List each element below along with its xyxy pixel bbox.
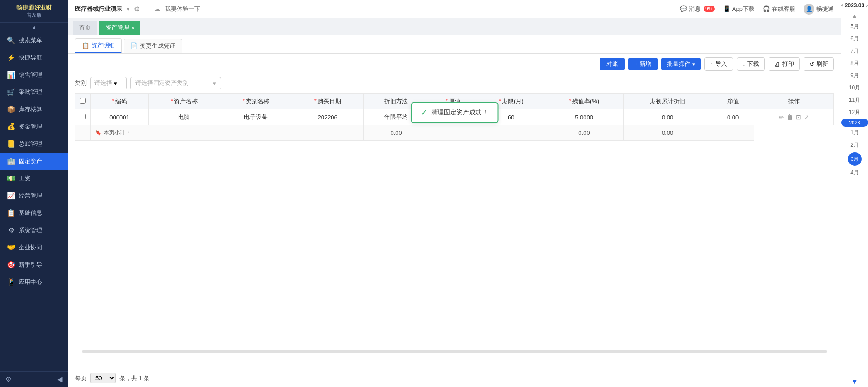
reconcile-button[interactable]: 对账	[600, 58, 625, 70]
sidebar-icon-13: 🎯	[7, 261, 15, 269]
timeline-month-prev-11月[interactable]: 11月	[841, 94, 868, 106]
collapse-icon[interactable]: ◀	[57, 375, 63, 383]
timeline-month-3月[interactable]: 3月	[848, 152, 862, 166]
filter-category-select[interactable]: 请选择 ▾	[90, 77, 127, 89]
timeline-year-2023[interactable]: 2023	[841, 119, 868, 127]
app-download-button[interactable]: 📱 App下载	[723, 5, 754, 13]
app-subtitle: 普及版	[27, 12, 42, 19]
notification-badge: 99+	[704, 6, 715, 12]
timeline-month-1月[interactable]: 1月	[841, 127, 868, 139]
header-settings-icon[interactable]: ⚙	[134, 5, 140, 13]
timeline-month-prev-7月[interactable]: 7月	[841, 45, 868, 57]
sidebar-item-库存核算[interactable]: 📦库存核算	[0, 101, 68, 118]
timeline-month-2月[interactable]: 2月	[841, 139, 868, 151]
download-button[interactable]: ↓ 下载	[737, 57, 765, 71]
sidebar-item-采购管理[interactable]: 🛒采购管理	[0, 84, 68, 101]
toolbar: 对账 + 新增 批量操作 ▾ ↑ 导入 ↓ 下载 🖨 打印	[68, 54, 841, 74]
sidebar-item-系统管理[interactable]: ⚙系统管理	[0, 222, 68, 239]
online-service-button[interactable]: 🎧 在线客服	[763, 5, 795, 13]
filter-category-label: 类别	[75, 79, 87, 87]
sidebar-item-销售管理[interactable]: 📊销售管理	[0, 66, 68, 84]
notification-label: 消息	[689, 5, 701, 13]
select-all-checkbox[interactable]	[80, 98, 86, 104]
timeline-month-prev-5月[interactable]: 5月	[841, 20, 868, 33]
sidebar-item-新手引导[interactable]: 🎯新手引导	[0, 256, 68, 273]
asset-detail-icon: 📋	[82, 42, 89, 49]
page-size-select[interactable]: 50 100	[90, 373, 116, 383]
timeline-month-prev-12月[interactable]: 12月	[841, 106, 868, 119]
sub-tab-voucher-change[interactable]: 📄 变更生成凭证	[124, 39, 182, 53]
user-profile[interactable]: 👤 畅捷通	[804, 4, 834, 15]
print-button[interactable]: 🖨 打印	[769, 57, 800, 71]
edit-icon[interactable]: ✏	[779, 114, 784, 121]
col-header-1: *资产名称	[148, 94, 220, 109]
timeline-scroll-up[interactable]: ▲	[851, 11, 859, 20]
refresh-icon: ↺	[809, 61, 814, 68]
page-body: 📋 资产明细 📄 变更生成凭证 对账 + 新增 批量操作 ▾ ↑	[68, 35, 841, 387]
new-button[interactable]: + 新增	[628, 58, 658, 70]
sidebar-item-企业协同[interactable]: 🤝企业协同	[0, 239, 68, 256]
sidebar-scroll-up[interactable]: ▲	[0, 23, 68, 32]
sidebar-bottom: ⚙ ◀	[0, 371, 68, 387]
copy-icon[interactable]: ⊡	[796, 114, 801, 121]
online-service-label: 在线客服	[772, 5, 795, 13]
filter-input-placeholder: 请选择固定资产类别	[135, 79, 188, 87]
scroll-indicator	[82, 350, 827, 353]
timeline-expand-icon[interactable]: ⤢	[865, 2, 868, 9]
import-button[interactable]: ↑ 导入	[704, 57, 733, 71]
cell-0-1: 电脑	[148, 109, 220, 125]
sidebar-item-搜索菜单[interactable]: 🔍搜索菜单	[0, 32, 68, 49]
sidebar-item-应用中心[interactable]: 📱应用中心	[0, 273, 68, 291]
sidebar-item-经营管理[interactable]: 📈经营管理	[0, 187, 68, 204]
sidebar-item-固定资产[interactable]: 🏢固定资产	[0, 153, 68, 170]
col-header-7: *残值率(%)	[545, 94, 623, 109]
sidebar-item-总账管理[interactable]: 📒总账管理	[0, 135, 68, 153]
delete-icon[interactable]: 🗑	[787, 114, 793, 121]
more-icon[interactable]: ↗	[804, 114, 809, 121]
settings-icon[interactable]: ⚙	[5, 375, 11, 383]
experience-button[interactable]: 我要体验一下	[165, 5, 200, 13]
per-page-label: 每页	[75, 374, 87, 382]
tab-close-icon[interactable]: ×	[131, 25, 134, 30]
timeline-close-icon[interactable]: ✕	[841, 2, 844, 9]
row-actions: ✏ 🗑 ⊡ ↗	[759, 114, 829, 121]
timeline-month-prev-9月[interactable]: 9月	[841, 69, 868, 82]
refresh-button[interactable]: ↺ 刷新	[804, 57, 834, 71]
company-chevron-icon[interactable]: ▾	[127, 6, 129, 12]
tab-asset-management[interactable]: 资产管理 ×	[99, 21, 140, 35]
sidebar-icon-0: 🔍	[7, 36, 15, 45]
sidebar-icon-6: 📒	[7, 140, 15, 148]
sub-tab-asset-detail[interactable]: 📋 资产明细	[75, 38, 122, 53]
timeline-month-prev-6月[interactable]: 6月	[841, 33, 868, 45]
tab-home[interactable]: 首页	[73, 21, 97, 35]
batch-chevron-icon: ▾	[692, 61, 695, 68]
sidebar-item-资金管理[interactable]: 💰资金管理	[0, 118, 68, 135]
sidebar-item-快捷导航[interactable]: ⚡快捷导航	[0, 49, 68, 66]
notification-button[interactable]: 💬 消息 99+	[680, 5, 715, 13]
col-header-0: *编码	[91, 94, 149, 109]
download-icon: 📱	[723, 5, 730, 12]
row-checkbox[interactable]	[80, 114, 86, 119]
col-header-2: *类别名称	[220, 94, 292, 109]
timeline-month-prev-8月[interactable]: 8月	[841, 57, 868, 69]
batch-ops-button[interactable]: 批量操作 ▾	[661, 58, 701, 70]
timeline-scroll-down[interactable]: ▼	[850, 376, 860, 387]
filter-category-input[interactable]: 请选择固定资产类别 ▾	[130, 77, 221, 89]
filter-row: 类别 请选择 ▾ 请选择固定资产类别 ▾	[68, 74, 841, 93]
sidebar-item-基础信息[interactable]: 📋基础信息	[0, 204, 68, 222]
sub-tab-bar: 📋 资产明细 📄 变更生成凭证	[68, 35, 841, 54]
app-title: 畅捷通好业财	[16, 4, 52, 12]
timeline-year-label: 2023.03	[845, 2, 864, 9]
toolbar-right: 对账 + 新增 批量操作 ▾ ↑ 导入 ↓ 下载 🖨 打印	[600, 57, 834, 71]
refresh-label: 刷新	[816, 60, 828, 68]
col-header-9: 净值	[712, 94, 754, 109]
table-container: *编码*资产名称*类别名称*购买日期折旧方法*原值*期限(月)*残值率(%)期初…	[68, 93, 841, 369]
timeline-month-prev-10月[interactable]: 10月	[841, 82, 868, 94]
print-label: 打印	[782, 60, 794, 68]
sidebar-icon-3: 🛒	[7, 88, 15, 96]
cell-0-7: 5.0000	[545, 109, 623, 125]
timeline-month-4月[interactable]: 4月	[841, 167, 868, 179]
sidebar-item-工资[interactable]: 💵工资	[0, 170, 68, 187]
main-content: 医疗器械行业演示 ▾ ⚙ ☁ 我要体验一下 💬 消息 99+ 📱 App下载 🎧…	[68, 0, 841, 387]
subtotal-row: 🔖本页小计：0.000.000.00	[75, 125, 834, 141]
